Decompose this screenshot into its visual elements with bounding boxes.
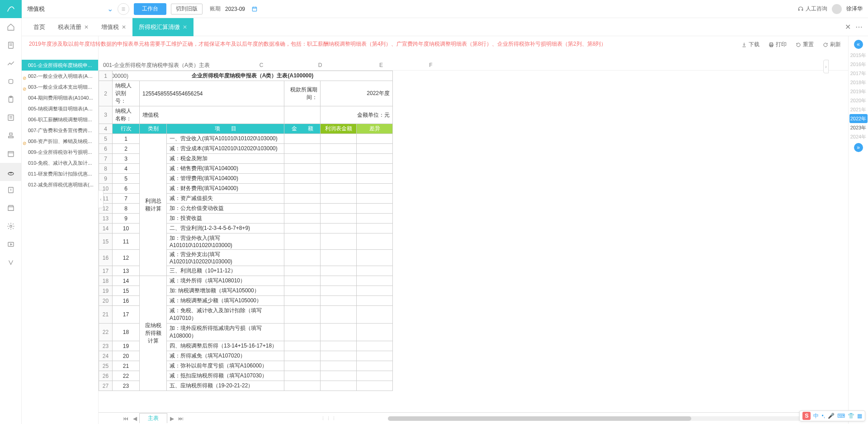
nav-v-icon[interactable] [0, 253, 22, 272]
cell-rowno[interactable]: 9 [113, 214, 140, 224]
cell-value[interactable] [357, 361, 393, 371]
cell-rowno[interactable]: 11 [113, 233, 140, 250]
cell-rowno[interactable]: 1 [113, 134, 140, 144]
cell-value[interactable] [357, 286, 393, 296]
cell-item[interactable]: 减：境外所得（填写A108010） [167, 276, 284, 286]
cell-item[interactable]: 减：纳税调整减少额（填写A105000） [167, 296, 284, 306]
cell-rowno[interactable]: 2 [113, 144, 140, 154]
logo[interactable] [0, 0, 22, 18]
cell-rowno[interactable]: 6 [113, 184, 140, 194]
expand-right-icon[interactable]: › [823, 60, 829, 73]
nav-clipboard-icon[interactable] [0, 91, 22, 109]
cell-value[interactable] [321, 184, 357, 194]
cell-value[interactable] [357, 341, 393, 351]
cell-value[interactable] [321, 204, 357, 214]
sheet-tab-prev-icon[interactable]: ◀ [130, 415, 139, 422]
cell-rowno[interactable]: 13 [113, 266, 140, 276]
nav-calendar-icon[interactable] [0, 145, 22, 163]
year-button[interactable]: 2017年 [849, 69, 868, 78]
form-list-item[interactable]: ⊘003-一般企业成本支出明细... [22, 81, 98, 92]
cell-item[interactable]: 减：营业成本(填写A102010\102020\103000) [167, 144, 284, 154]
consult-link[interactable]: 人工咨询 [797, 5, 827, 13]
cell-value[interactable] [284, 233, 321, 250]
cell-item[interactable]: 加: 纳税调整增加额（填写A105000） [167, 286, 284, 296]
form-list-item[interactable]: 009-企业所得税弥补亏损明... [22, 147, 98, 157]
cell-rowno[interactable]: 10 [113, 224, 140, 233]
year-down-icon[interactable]: » [854, 143, 863, 152]
cell-value[interactable] [357, 351, 393, 361]
tab-home[interactable]: 首页 [27, 18, 52, 36]
cell-rowno[interactable]: 19 [113, 341, 140, 351]
cell-value[interactable] [321, 361, 357, 371]
cell-value[interactable] [357, 306, 393, 324]
form-list-item[interactable]: 006-职工薪酬纳税调整明细... [22, 114, 98, 125]
cell-item[interactable]: 减：销售费用(填写A104000) [167, 164, 284, 174]
cell-value[interactable] [357, 276, 393, 286]
cell-item[interactable]: 减：抵扣应纳税所得额（填写A107030） [167, 371, 284, 381]
cell-rowno[interactable]: 20 [113, 351, 140, 361]
cell-value[interactable] [321, 286, 357, 296]
cell-value[interactable] [284, 371, 321, 381]
cell-value[interactable] [321, 296, 357, 306]
form-list-item[interactable]: 011-研发费用加计扣除优惠... [22, 168, 98, 179]
sheet-tab-last-icon[interactable]: ⏭ [176, 415, 185, 422]
cell-rowno[interactable]: 8 [113, 204, 140, 214]
cell-value[interactable] [284, 341, 321, 351]
cell-item[interactable]: 减：营业外支出(填写A102010\102020\103000) [167, 250, 284, 266]
cell-item[interactable]: 加：境外应税所得抵减境内亏损（填写A108000） [167, 324, 284, 341]
cell-value[interactable] [284, 174, 321, 184]
spreadsheet[interactable]: 1企业所得税年度纳税申报表（A类）主表(A100000) 2 纳税人识别号： 1… [99, 71, 393, 391]
cell-value[interactable] [357, 134, 393, 144]
cell-value[interactable] [284, 164, 321, 174]
nav-doc-icon[interactable] [0, 36, 22, 54]
sheet-tab-next-icon[interactable]: ▶ [167, 415, 176, 422]
cell-value[interactable] [321, 381, 357, 391]
cell-item[interactable]: 减：管理费用(填写A104000) [167, 174, 284, 184]
cell-value[interactable] [321, 371, 357, 381]
cell-item[interactable]: 四、纳税调整后所得（13-14+15-16-17+18） [167, 341, 284, 351]
cell-rowno[interactable]: 4 [113, 164, 140, 174]
calendar-icon[interactable] [251, 6, 258, 12]
cell-value[interactable] [357, 233, 393, 250]
tab-income-tax[interactable]: 所得税汇算清缴✕ [132, 18, 193, 36]
cell-rowno[interactable]: 23 [113, 381, 140, 391]
form-list-item[interactable]: ⊘002-一般企业收入明细表(A1... [22, 71, 98, 81]
cell-value[interactable] [357, 266, 393, 276]
year-button[interactable]: 2019年 [849, 87, 868, 96]
cell-item[interactable]: 五、应纳税所得额（19-20-21-22） [167, 381, 284, 391]
cell-value[interactable] [357, 194, 393, 204]
cell-value[interactable] [357, 184, 393, 194]
year-button[interactable]: 2015年 [849, 51, 868, 60]
cell-value[interactable] [284, 154, 321, 164]
cell-rowno[interactable]: 21 [113, 361, 140, 371]
cell-rowno[interactable]: 15 [113, 286, 140, 296]
cell-item[interactable]: 加：营业外收入(填写A101010\101020\103000) [167, 233, 284, 250]
cell-rowno[interactable]: 17 [113, 306, 140, 324]
year-up-icon[interactable]: « [854, 40, 863, 49]
avatar[interactable] [832, 4, 842, 14]
cell-rowno[interactable]: 22 [113, 371, 140, 381]
cell-item[interactable]: 减：财务费用(填写A104000) [167, 184, 284, 194]
cell-item[interactable]: 减：弥补以前年度亏损（填写A106000） [167, 361, 284, 371]
form-list-item[interactable]: 004-期间费用明细表(A1040... [22, 92, 98, 103]
form-list-item[interactable]: 010-免税、减计收入及加计... [22, 157, 98, 168]
nav-form-icon[interactable] [0, 109, 22, 127]
cell-value[interactable] [321, 233, 357, 250]
year-button[interactable]: 2016年 [849, 60, 868, 69]
form-list-item[interactable]: 005-纳税调整项目明细表(A1... [22, 103, 98, 114]
tabs-close-all-icon[interactable]: ✕ [845, 23, 851, 31]
cell-value[interactable] [321, 144, 357, 154]
cell-value[interactable] [357, 324, 393, 341]
hscrollbar[interactable] [388, 416, 821, 421]
cell-item[interactable]: 加：投资收益 [167, 214, 284, 224]
workbench-button[interactable]: 工作台 [134, 3, 166, 15]
nav-gear-icon[interactable] [0, 217, 22, 235]
cell-value[interactable] [284, 351, 321, 361]
cell-value[interactable] [357, 214, 393, 224]
tab-taxlist[interactable]: 税表清册✕ [52, 18, 95, 36]
cell-value[interactable] [284, 224, 321, 233]
cell-value[interactable] [357, 371, 393, 381]
cell-value[interactable] [357, 381, 393, 391]
cell-value[interactable] [284, 194, 321, 204]
cell-value[interactable] [321, 351, 357, 361]
